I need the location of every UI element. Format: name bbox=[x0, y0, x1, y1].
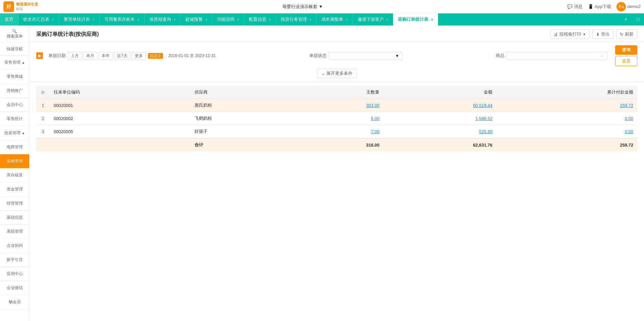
search-icon: 🔍 bbox=[3, 29, 26, 34]
date-shortcut-this-year[interactable]: 本年 bbox=[99, 52, 113, 60]
sidebar-item-inventory[interactable]: 库存核算 bbox=[0, 168, 29, 182]
sidebar-item-retail-management[interactable]: 零售管理 ▲ bbox=[0, 56, 29, 70]
filter-row-expand: ⌄ 展开更多条件 bbox=[36, 69, 637, 78]
app-download-button[interactable]: 📱 App下载 bbox=[588, 4, 611, 10]
filter-row-1: ▶ 单据日期 上月 本月 本年 近7天 更多 自定义 2016-01-01 至 … bbox=[36, 45, 637, 66]
sidebar-item-enterprise-collab[interactable]: 企业协同 bbox=[0, 239, 29, 253]
close-icon[interactable]: × bbox=[52, 18, 54, 21]
row-code: 00020005 bbox=[50, 125, 191, 139]
row-paid[interactable]: 0.00 bbox=[496, 112, 637, 125]
sidebar-search-menu[interactable]: 🔍 搜索菜单 bbox=[0, 25, 29, 43]
close-icon[interactable]: × bbox=[205, 18, 207, 21]
tab-cost-adjust[interactable]: 成本调整单 × bbox=[317, 13, 353, 25]
tab-expiry-query[interactable]: 保质期查询 × bbox=[145, 13, 181, 25]
logo-icon-text: 好 bbox=[6, 4, 11, 10]
tab-home[interactable]: 首页 bbox=[0, 13, 18, 25]
sidebar-item-members[interactable]: 畅会员 bbox=[0, 295, 29, 309]
date-shortcut-more[interactable]: 更多 bbox=[132, 52, 146, 60]
sidebar-item-operations[interactable]: 经营管理 bbox=[0, 197, 29, 211]
export-button[interactable]: ⬇ 导出 bbox=[592, 30, 613, 39]
sidebar-item-basic-info[interactable]: 基础信息 bbox=[0, 211, 29, 225]
message-button[interactable]: 💬 消息 bbox=[567, 4, 583, 10]
close-icon[interactable]: × bbox=[386, 18, 388, 21]
sidebar-item-ecommerce[interactable]: 电商管理 bbox=[0, 140, 29, 154]
goods-input[interactable]: ··· bbox=[506, 52, 607, 60]
sidebar-item-wholesale-management[interactable]: 批发管理 ▲ bbox=[0, 126, 29, 140]
query-button[interactable]: 查询 bbox=[615, 45, 637, 55]
close-icon[interactable]: × bbox=[237, 18, 239, 21]
sidebar-item-app-center[interactable]: 应用中心 bbox=[0, 267, 29, 281]
row-amount[interactable]: 525.80 bbox=[383, 125, 496, 139]
maximize-button[interactable]: □ bbox=[632, 13, 644, 25]
refresh-button[interactable]: ↻ 刷新 bbox=[616, 30, 637, 39]
close-icon[interactable]: × bbox=[138, 18, 140, 21]
sidebar-item-member-center[interactable]: 会员中心 bbox=[0, 98, 29, 112]
settings-button[interactable]: 设置 bbox=[615, 56, 637, 66]
date-filter-item: 单据日期 上月 本月 本年 近7天 更多 自定义 bbox=[48, 52, 163, 60]
status-select[interactable]: ▼ bbox=[329, 52, 402, 60]
tab-config[interactable]: 配置信息 × bbox=[244, 13, 276, 25]
tab-collection-summary[interactable]: 收发存汇总表 × bbox=[18, 13, 59, 25]
row-qty[interactable]: 6.00 bbox=[296, 112, 383, 125]
date-shortcut-7-days[interactable]: 近7天 bbox=[114, 52, 130, 60]
sidebar-item-finance[interactable]: 资金管理 bbox=[0, 182, 29, 197]
top-bar: 好 畅捷通好生意 标版 母婴行业演示账套 ▼ 💬 消息 📱 App下载 Ea d… bbox=[0, 0, 644, 13]
close-icon[interactable]: × bbox=[431, 18, 433, 21]
tab-available-stock[interactable]: 可用量库存账本 × bbox=[100, 13, 145, 25]
status-filter-item: 单据状态 ▼ bbox=[309, 52, 402, 60]
logo-area: 好 畅捷通好生意 标版 bbox=[3, 1, 38, 12]
refresh-icon: ↻ bbox=[620, 32, 624, 37]
tab-invite-downstream[interactable]: 邀请下游客户 × bbox=[353, 13, 393, 25]
sidebar-item-enterprise-wechat[interactable]: 企业微信 bbox=[0, 281, 29, 295]
table-container: ⚙ 往来单位编码 供应商 主数量 金额 bbox=[30, 82, 644, 321]
row-paid[interactable]: 259.72 bbox=[496, 99, 637, 112]
table-row: 3 00020005 好孩子 7.00 525.80 0.00 bbox=[36, 125, 637, 139]
date-shortcuts: 上月 本月 本年 近7天 更多 bbox=[68, 52, 146, 60]
filter-toggle-button[interactable]: ▶ bbox=[36, 52, 43, 59]
user-area[interactable]: Ea demo2 bbox=[616, 2, 641, 11]
close-icon[interactable]: × bbox=[174, 18, 176, 21]
row-supplier: 惠氏奶粉 bbox=[191, 99, 296, 112]
sidebar-item-retail-stats[interactable]: 零售统计 bbox=[0, 112, 29, 126]
print-button[interactable]: 🖨 按模板打印 ▼ bbox=[550, 30, 590, 39]
sidebar-item-newbie-guide[interactable]: 新手引导 bbox=[0, 253, 29, 267]
row-qty[interactable]: 303.00 bbox=[296, 99, 383, 112]
tab-pick-task[interactable]: 拣货任务管理 × bbox=[276, 13, 317, 25]
row-paid[interactable]: 0.00 bbox=[496, 125, 637, 139]
row-amount[interactable]: 60,519.44 bbox=[383, 99, 496, 112]
sidebar-item-system[interactable]: 系统管理 bbox=[0, 225, 29, 239]
row-index: 2 bbox=[36, 112, 50, 125]
expand-icon: ▲ bbox=[22, 131, 25, 135]
close-icon[interactable]: × bbox=[310, 18, 312, 21]
date-shortcut-last-month[interactable]: 上月 bbox=[68, 52, 82, 60]
gear-icon[interactable]: ⚙ bbox=[41, 90, 45, 95]
sidebar-shortcut-nav[interactable]: 快捷导航 bbox=[0, 43, 29, 56]
close-all-tabs-button[interactable]: × bbox=[620, 13, 632, 25]
chevron-down-icon: ▼ bbox=[583, 33, 586, 36]
custom-date-badge[interactable]: 自定义 bbox=[148, 53, 163, 59]
export-icon: ⬇ bbox=[596, 32, 600, 37]
close-icon[interactable]: × bbox=[93, 18, 95, 21]
sidebar-item-marketing[interactable]: 营销推广 bbox=[0, 84, 29, 98]
avatar: Ea bbox=[616, 2, 626, 11]
row-qty[interactable]: 7.00 bbox=[296, 125, 383, 139]
tab-function-desc[interactable]: 功能说明 × bbox=[212, 13, 244, 25]
tab-purchase-order-stats[interactable]: 采购订单统计表 × bbox=[393, 13, 438, 25]
close-icon[interactable]: × bbox=[269, 18, 271, 21]
row-supplier: 好孩子 bbox=[191, 125, 296, 139]
tab-order-stats[interactable]: 要货单统计表 × bbox=[59, 13, 100, 25]
sidebar-item-retail-mall[interactable]: 零售商城 bbox=[0, 70, 29, 84]
column-paid: 累计付款金额 bbox=[496, 86, 637, 99]
date-shortcut-this-month[interactable]: 本月 bbox=[83, 52, 97, 60]
expand-more-button[interactable]: ⌄ 展开更多条件 bbox=[317, 69, 357, 78]
tab-overstock-warning[interactable]: 超储预警 × bbox=[180, 13, 212, 25]
footer-amount: 62,631.76 bbox=[383, 138, 496, 151]
table-footer-row: 合计 316.00 62,631.76 259.72 bbox=[36, 138, 637, 151]
close-icon[interactable]: × bbox=[346, 18, 348, 21]
workspace-selector[interactable]: 母婴行业演示账套 ▼ bbox=[282, 4, 323, 10]
row-index: 1 bbox=[36, 99, 50, 112]
row-amount[interactable]: 1,586.52 bbox=[383, 112, 496, 125]
purchase-order-table: ⚙ 往来单位编码 供应商 主数量 金额 bbox=[36, 86, 637, 151]
sidebar-item-purchase-management[interactable]: 采购管理 bbox=[0, 154, 29, 168]
printer-icon: 🖨 bbox=[554, 32, 558, 37]
